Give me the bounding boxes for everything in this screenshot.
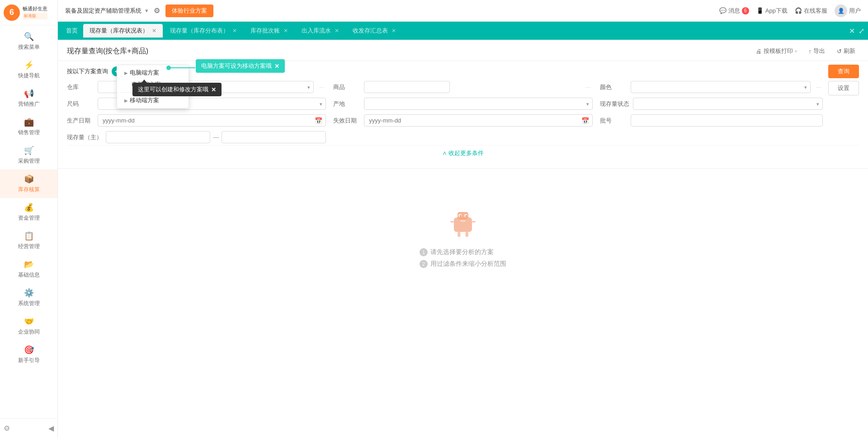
prod-date-input[interactable] [98,114,326,127]
main-wrap: 装备及固定资产辅助管理系统 ▾ ⚙ 体验行业方案 💬 消息 6 📱 App下载 … [58,0,868,438]
color-select[interactable] [631,81,811,93]
sidebar-item-marketing[interactable]: 📢 营销推广 [0,84,57,113]
message-label: 消息 [728,7,740,15]
connector-dot [166,66,171,70]
filter-row-4: 现存量（主） — [67,131,859,143]
online-service-button[interactable]: 🎧 在线客服 [795,7,827,15]
user-label: 用户 [849,7,861,15]
range-separator: — [213,134,219,141]
stock-qty-min[interactable] [106,131,210,143]
tabbar: 首页 现存量（库存状况表） ✕ 现存量（库存分布表） ✕ 库存批次账 ✕ 出入库… [58,22,868,40]
batch-input[interactable] [631,114,823,127]
tab-close-all-icon[interactable]: ✕ [849,27,855,35]
marketing-icon: 📢 [24,89,34,99]
filter-item-size: 尺码 ▾ [67,98,326,110]
filter-actions: 查询 设置 [828,65,859,95]
scheme-group-label: 电脑端方案 [130,69,159,77]
filter-area: 按以下方案查询 + ✎ « ▶ 电脑端方案 电脑端方案 [58,61,868,169]
triangle-icon: ▶ [124,71,128,75]
sidebar-item-sales[interactable]: 💼 销售管理 [0,113,57,141]
messages-button[interactable]: 💬 消息 6 [719,7,749,15]
expire-date-wrap: 📅 [364,114,592,127]
purchase-icon: 🛒 [24,146,34,155]
sidebar-item-search[interactable]: 🔍 搜索菜单 [0,27,57,56]
stock-status-select-wrap: ▾ [633,98,823,110]
search-button[interactable]: 查询 [828,65,859,78]
sidebar-item-finance[interactable]: 💰 资金管理 [0,198,57,226]
scheme-tooltip-bubble: 电脑方案可设为移动方案哦 ✕ [196,59,285,73]
app-label: App下载 [765,7,788,15]
goods-input-wrap [364,81,580,93]
tab-label: 现存量（库存分布表） [170,27,229,35]
tab-inventory-status[interactable]: 现存量（库存状况表） ✕ [83,24,163,38]
app-download-button[interactable]: 📱 App下载 [756,7,788,15]
sidebar-item-enterprise[interactable]: 🤝 企业协同 [0,312,57,340]
prod-date-wrap: 📅 [98,114,326,127]
tab-home[interactable]: 首页 [61,24,82,38]
sidebar-item-purchase[interactable]: 🛒 采购管理 [0,141,57,170]
origin-select-wrap: ▾ [364,98,592,110]
tab-close-icon[interactable]: ✕ [152,28,156,34]
export-icon: ↑ [809,48,812,55]
filter-label-row: 按以下方案查询 + ✎ « ▶ 电脑端方案 电脑端方案 [67,66,859,76]
sales-icon: 💼 [24,117,34,127]
sidebar-item-inventory[interactable]: 📦 库存核算 [0,170,57,198]
filter-item-expire-date: 失效日期 📅 [333,114,592,127]
triangle-icon: ▶ [124,98,128,103]
refresh-label: 刷新 [844,47,855,55]
sidebar-item-basic[interactable]: 📂 基础信息 [0,255,57,283]
settings-button[interactable]: ⚙ [4,424,10,433]
search-icon: 🔍 [24,32,34,42]
tab-label: 收发存汇总表 [353,27,388,35]
dropdown-arrow-icon: ▾ [145,7,148,14]
tab-end-btns: ✕ ⤢ [849,27,864,35]
refresh-button[interactable]: ↺ 刷新 [833,45,859,57]
scheme-group-desktop[interactable]: ▶ 电脑端方案 [121,67,185,79]
phone-icon: 📱 [756,7,764,14]
tab-close-icon[interactable]: ✕ [335,28,339,34]
printer-icon: 🖨 [756,48,762,55]
page-header: 现存量查询(按仓库+商品) 🖨 按模板打印 ▾ ↑ 导出 ↺ 刷新 [58,40,868,61]
empty-state: 1 请先选择要分析的方案 2 用过滤条件来缩小分析范围 [58,169,868,304]
sidebar-item-nav[interactable]: ⚡ 快捷导航 [0,56,57,84]
refresh-icon: ↺ [837,48,842,55]
stock-qty-max[interactable] [222,131,326,143]
page-title: 现存量查询(按仓库+商品) [67,47,148,56]
sidebar-item-operation[interactable]: 📋 经营管理 [0,226,57,255]
scheme-tooltip-close[interactable]: ✕ [274,63,279,70]
tab-expand-icon[interactable]: ⤢ [859,27,864,35]
user-menu[interactable]: 👤 用户 [835,5,861,17]
edit-tooltip-close[interactable]: ✕ [211,86,216,93]
tab-in-out-flow[interactable]: 出入库流水 ✕ [295,24,345,38]
logo-text: 畅通好生意 [23,5,47,12]
collapse-bar[interactable]: ∧ 收起更多条件 [67,145,859,161]
finance-icon: 💰 [24,203,34,212]
tab-close-icon[interactable]: ✕ [283,28,288,34]
gear-button[interactable]: ⚙ [154,6,160,15]
tip-num-1: 1 [420,248,428,256]
expire-date-input[interactable] [364,114,592,127]
tab-collect-summary[interactable]: 收发存汇总表 ✕ [346,24,402,38]
export-button[interactable]: ↑ 导出 [805,45,829,57]
sidebar-item-guide[interactable]: 🎯 新手引导 [0,340,57,369]
filter-item-batch: 批号 [600,114,859,127]
industry-button[interactable]: 体验行业方案 [165,5,213,17]
inventory-icon: 📦 [24,174,34,184]
stock-status-select[interactable] [633,98,823,110]
home-tab-label: 首页 [66,27,78,34]
origin-select[interactable] [364,98,592,110]
sidebar: 6 畅通好生意 标准版 🔍 搜索菜单 ⚡ 快捷导航 📢 营销推广 💼 销售管理 … [0,0,58,438]
tab-batch-account[interactable]: 库存批次账 ✕ [244,24,294,38]
print-button[interactable]: 🖨 按模板打印 ▾ [752,45,801,57]
sidebar-item-system[interactable]: ⚙️ 系统管理 [0,283,57,312]
svg-rect-10 [466,232,468,237]
goods-input[interactable] [364,81,450,93]
tab-inventory-dist[interactable]: 现存量（库存分布表） ✕ [164,24,243,38]
empty-tips: 1 请先选择要分析的方案 2 用过滤条件来缩小分析范围 [420,248,506,268]
tab-close-icon[interactable]: ✕ [232,28,237,34]
page-content: 现存量查询(按仓库+商品) 🖨 按模板打印 ▾ ↑ 导出 ↺ 刷新 [58,40,868,438]
sidebar-item-label: 采购管理 [18,157,40,165]
tab-close-icon[interactable]: ✕ [392,28,396,34]
collapse-button[interactable]: ◀ [48,424,54,433]
reset-button[interactable]: 设置 [828,81,859,95]
